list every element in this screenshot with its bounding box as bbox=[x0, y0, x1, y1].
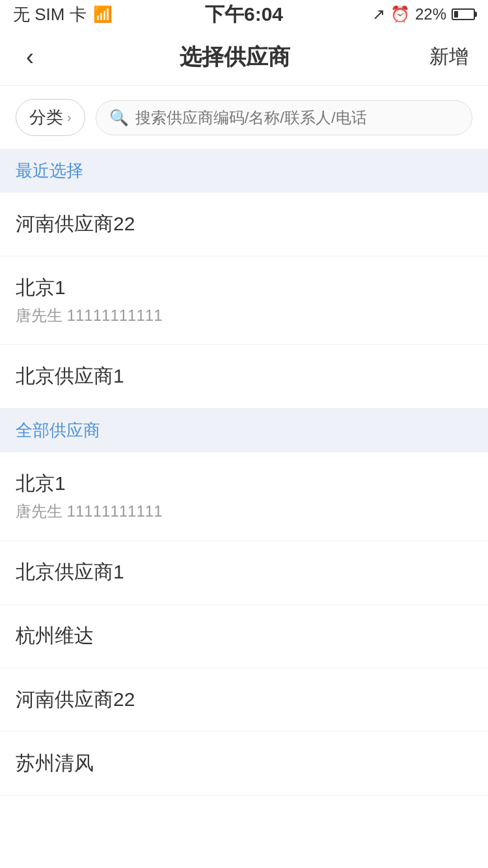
status-right: ↗ ⏰ 22% bbox=[372, 5, 475, 23]
item-sub: 唐先生 11111111111 bbox=[16, 501, 472, 522]
item-sub: 唐先生 11111111111 bbox=[16, 305, 472, 326]
back-button[interactable]: ‹ bbox=[20, 37, 40, 77]
page-title: 选择供应商 bbox=[180, 42, 290, 72]
item-name: 杭州维达 bbox=[16, 623, 472, 649]
item-name: 河南供应商22 bbox=[16, 686, 472, 713]
sim-label: 无 SIM 卡 bbox=[13, 3, 87, 26]
alarm-icon: ⏰ bbox=[390, 5, 410, 23]
list-item[interactable]: 北京1唐先生 11111111111 bbox=[0, 256, 488, 345]
search-box[interactable]: 🔍 bbox=[96, 100, 472, 135]
list-item[interactable]: 苏州清风 bbox=[0, 732, 488, 796]
list-item[interactable]: 北京1唐先生 11111111111 bbox=[0, 452, 488, 541]
filter-bar: 分类 › 🔍 bbox=[0, 86, 488, 149]
list-item[interactable]: 北京供应商1 bbox=[0, 541, 488, 604]
item-name: 北京供应商1 bbox=[16, 363, 472, 390]
section-header-recent: 最近选择 bbox=[0, 149, 488, 193]
status-bar: 无 SIM 卡 📶 下午6:04 ↗ ⏰ 22% bbox=[0, 0, 488, 29]
list-item[interactable]: 北京供应商1 bbox=[0, 345, 488, 409]
list-item[interactable]: 河南供应商22 bbox=[0, 668, 488, 732]
sections-container: 最近选择河南供应商22北京1唐先生 11111111111北京供应商1全部供应商… bbox=[0, 149, 488, 796]
list-item[interactable]: 河南供应商22 bbox=[0, 193, 488, 256]
wifi-icon: 📶 bbox=[93, 5, 113, 23]
search-icon: 🔍 bbox=[109, 109, 129, 127]
status-left: 无 SIM 卡 📶 bbox=[13, 3, 113, 26]
battery-percent: 22% bbox=[415, 5, 446, 23]
battery-icon bbox=[452, 8, 475, 20]
item-name: 北京1 bbox=[16, 470, 472, 497]
location-icon: ↗ bbox=[372, 5, 385, 23]
category-label: 分类 bbox=[29, 106, 63, 129]
item-name: 河南供应商22 bbox=[16, 211, 472, 237]
add-button[interactable]: 新增 bbox=[429, 44, 468, 70]
list-item[interactable]: 杭州维达 bbox=[0, 604, 488, 668]
item-name: 北京1 bbox=[16, 275, 472, 301]
search-input[interactable] bbox=[135, 109, 459, 127]
item-name: 北京供应商1 bbox=[16, 559, 472, 586]
status-time: 下午6:04 bbox=[205, 1, 283, 28]
chevron-right-icon: › bbox=[67, 110, 72, 125]
category-button[interactable]: 分类 › bbox=[16, 99, 85, 136]
item-name: 苏州清风 bbox=[16, 750, 472, 777]
nav-bar: ‹ 选择供应商 新增 bbox=[0, 29, 488, 86]
section-header-all: 全部供应商 bbox=[0, 409, 488, 452]
